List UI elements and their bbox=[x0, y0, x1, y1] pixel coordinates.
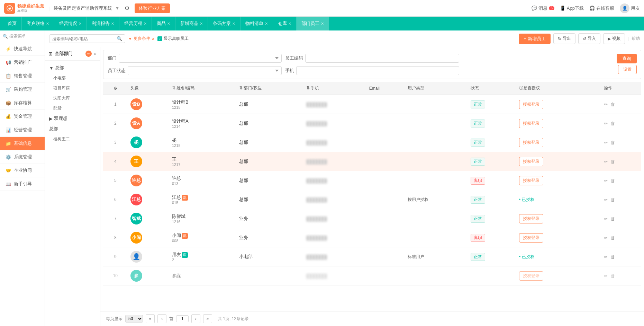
edit-icon[interactable]: ✏ bbox=[604, 273, 608, 279]
auth-button[interactable]: 授权登录 bbox=[519, 100, 543, 109]
sidebar-item-finance[interactable]: 💰 资金管理 bbox=[0, 110, 45, 123]
dept-select[interactable] bbox=[119, 54, 282, 63]
close-icon[interactable]: ✕ bbox=[288, 21, 291, 26]
edit-icon[interactable]: ✏ bbox=[604, 102, 608, 107]
dept-item-zhishu[interactable]: 植树王二 bbox=[45, 134, 100, 144]
edit-icon[interactable]: ✏ bbox=[604, 121, 608, 126]
search-input[interactable] bbox=[52, 36, 115, 41]
tab-home[interactable]: 首页 bbox=[3, 17, 22, 30]
auth-button[interactable]: 授权登录 bbox=[519, 233, 543, 243]
emp-status-select[interactable] bbox=[128, 66, 282, 75]
auth-button[interactable]: 授权登录 bbox=[519, 176, 543, 185]
delete-icon[interactable]: 🗑 bbox=[610, 102, 615, 107]
user-area[interactable]: 👤 用友 bbox=[620, 3, 640, 13]
auth-button[interactable]: 授权登录 bbox=[519, 138, 543, 147]
export-button[interactable]: ↻ 导出 bbox=[553, 33, 575, 44]
sidebar-item-guide[interactable]: 📖 新手引导 bbox=[0, 177, 45, 191]
col-phone[interactable]: ⇅ 手机 bbox=[303, 82, 366, 95]
dept-edit-icon[interactable]: ✏ bbox=[85, 51, 92, 57]
sidebar-item-system[interactable]: ⚙️ 系统管理 bbox=[0, 150, 45, 164]
dept-collapse-btn[interactable]: « bbox=[94, 51, 97, 56]
tab-bom[interactable]: 物料清单 ✕ bbox=[241, 17, 273, 30]
tab-customer[interactable]: 客户联络 ✕ bbox=[22, 17, 54, 30]
import-button[interactable]: ↺ 导入 bbox=[578, 33, 600, 44]
delete-icon[interactable]: 🗑 bbox=[610, 235, 615, 240]
tab-history[interactable]: 经营历程 ✕ bbox=[119, 17, 152, 30]
more-filter-btn[interactable]: ▼ 更多条件 ∧ bbox=[128, 36, 155, 42]
close-icon[interactable]: ✕ bbox=[46, 21, 49, 26]
messages-btn[interactable]: 💬 消息 5 bbox=[532, 5, 554, 11]
search-box[interactable]: 🔍 bbox=[49, 34, 125, 43]
dept-item-electronics[interactable]: 小电部 bbox=[45, 73, 100, 83]
auth-button[interactable]: 授权登录 bbox=[519, 214, 543, 223]
edit-icon[interactable]: ✏ bbox=[604, 159, 608, 164]
system-name-dropdown[interactable]: ▼ bbox=[115, 6, 119, 11]
delete-icon[interactable]: 🗑 bbox=[610, 159, 615, 164]
dept-group-headquarters2[interactable]: 总部 bbox=[45, 124, 100, 134]
delete-icon[interactable]: 🗑 bbox=[610, 216, 615, 221]
dept-item-distribution[interactable]: 配货 bbox=[45, 103, 100, 113]
view-button[interactable]: ▶ 视频 bbox=[603, 33, 625, 44]
sidebar-item-purchase[interactable]: 🛒 采购管理 bbox=[0, 83, 45, 96]
next-page-btn[interactable]: › bbox=[191, 314, 200, 323]
sidebar-item-corp[interactable]: 🤝 企业协同 bbox=[0, 164, 45, 177]
dept-group-shuanglu[interactable]: ▶ 双鹿想 bbox=[45, 113, 100, 124]
settings-button[interactable]: ⚙ bbox=[122, 3, 132, 13]
query-button[interactable]: 查询 bbox=[617, 54, 637, 63]
edit-icon[interactable]: ✏ bbox=[604, 216, 608, 221]
close-icon[interactable]: ✕ bbox=[111, 21, 114, 26]
edit-icon[interactable]: ✏ bbox=[604, 178, 608, 183]
delete-icon[interactable]: 🗑 bbox=[610, 197, 615, 202]
auth-button[interactable]: 授权登录 bbox=[519, 157, 543, 166]
tab-add-goods[interactable]: 新增商品 ✕ bbox=[175, 17, 208, 30]
sidebar-item-inventory[interactable]: 📦 库存核算 bbox=[0, 96, 45, 110]
col-name-code[interactable]: ⇅ 姓名/编码 bbox=[169, 82, 236, 95]
per-page-select[interactable]: 50 100 bbox=[125, 315, 143, 323]
emp-code-input[interactable] bbox=[305, 54, 459, 63]
all-dept-label[interactable]: 全部部门 bbox=[55, 51, 73, 57]
close-icon[interactable]: ✕ bbox=[321, 21, 324, 26]
auth-button[interactable]: 授权登录 bbox=[519, 271, 543, 281]
sidebar-item-sales[interactable]: 📋 销售管理 bbox=[0, 69, 45, 83]
sidebar-item-quick-nav[interactable]: ⚡ 快速导航 bbox=[0, 42, 45, 56]
dept-item-project[interactable]: 项目库房 bbox=[45, 83, 100, 93]
phone-input[interactable] bbox=[296, 66, 459, 75]
add-employee-button[interactable]: + 新增员工 bbox=[519, 34, 550, 44]
close-icon[interactable]: ✕ bbox=[200, 21, 203, 26]
help-label[interactable]: 帮助 bbox=[632, 36, 640, 42]
resigned-checkbox[interactable]: ✓ bbox=[157, 36, 162, 41]
dept-item-shenyang[interactable]: 沈阳大库 bbox=[45, 93, 100, 103]
close-icon[interactable]: ✕ bbox=[79, 21, 82, 26]
page-number-input[interactable] bbox=[176, 315, 189, 322]
delete-icon[interactable]: 🗑 bbox=[610, 178, 615, 183]
edit-icon[interactable]: ✏ bbox=[604, 197, 608, 202]
online-service-btn[interactable]: 🎧 在线客服 bbox=[589, 5, 614, 11]
delete-icon[interactable]: 🗑 bbox=[610, 121, 615, 126]
show-resigned-toggle[interactable]: ✓ 显示离职员工 bbox=[157, 36, 189, 42]
edit-icon[interactable]: ✏ bbox=[604, 254, 608, 259]
tab-barcode[interactable]: 条码方案 ✕ bbox=[208, 17, 241, 30]
tab-employees[interactable]: 部门员工 ✕ bbox=[297, 17, 329, 30]
set-button[interactable]: 设置 bbox=[618, 65, 637, 74]
auth-button[interactable]: 授权登录 bbox=[519, 119, 543, 128]
tab-operation[interactable]: 经营情况 ✕ bbox=[54, 17, 87, 30]
close-icon[interactable]: ✕ bbox=[144, 21, 147, 26]
edit-icon[interactable]: ✏ bbox=[604, 235, 608, 240]
col-dept-position[interactable]: ⇅ 部门/职位 bbox=[236, 82, 303, 95]
trial-button[interactable]: 体验行业方案 bbox=[135, 3, 170, 13]
dept-group-headquarters[interactable]: ▼ 总部 bbox=[45, 63, 100, 73]
sidebar-search[interactable]: 🔍 搜索菜单 bbox=[0, 30, 45, 42]
tab-profit[interactable]: 利润报告 ✕ bbox=[87, 17, 119, 30]
first-page-btn[interactable]: « bbox=[146, 314, 155, 323]
last-page-btn[interactable]: » bbox=[203, 314, 212, 323]
tab-warehouse[interactable]: 仓库 ✕ bbox=[273, 17, 297, 30]
prev-page-btn[interactable]: ‹ bbox=[157, 314, 166, 323]
close-icon[interactable]: ✕ bbox=[265, 21, 268, 26]
sidebar-item-marketing[interactable]: 📢 营销推广 bbox=[0, 56, 45, 69]
col-settings[interactable]: ⚙ bbox=[103, 82, 128, 95]
app-download-btn[interactable]: 📱 App下载 bbox=[560, 5, 584, 11]
tab-goods[interactable]: 商品 ✕ bbox=[152, 17, 175, 30]
edit-icon[interactable]: ✏ bbox=[604, 140, 608, 145]
delete-icon[interactable]: 🗑 bbox=[610, 273, 615, 279]
sidebar-item-operation[interactable]: 📊 经营管理 bbox=[0, 123, 45, 137]
